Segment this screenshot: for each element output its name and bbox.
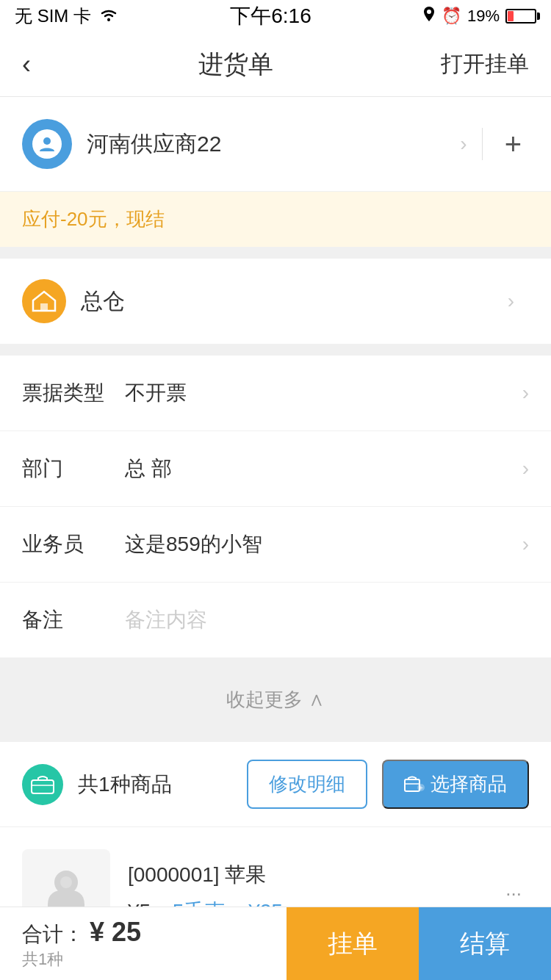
page-title: 进货单 (198, 48, 273, 82)
battery-percent: 19% (467, 7, 500, 26)
total-sub: 共1种 (22, 948, 264, 970)
remark-input[interactable]: 备注内容 (110, 606, 529, 634)
notice-text: 应付-20元，现结 (22, 208, 165, 230)
invoice-value: 不开票 (110, 379, 522, 407)
salesman-value: 这是859的小智 (110, 530, 522, 558)
network-label: 无 SIM 卡 (15, 4, 91, 28)
total-amount: ¥ 25 (90, 917, 141, 948)
remark-row[interactable]: 备注 备注内容 (0, 583, 551, 657)
suspend-button[interactable]: 挂单 (287, 907, 419, 980)
remark-label: 备注 (22, 606, 110, 634)
select-product-label: 选择商品 (431, 771, 507, 797)
alarm-icon: ⏰ (442, 7, 461, 26)
warehouse-name: 总仓 (81, 287, 508, 317)
svg-text:+: + (419, 784, 423, 792)
product-title: 苹果 (225, 863, 266, 886)
supplier-chevron-icon: › (460, 132, 467, 156)
avatar-inner (32, 129, 62, 159)
add-button[interactable]: + (497, 128, 529, 161)
notice-bar: 应付-20元，现结 (0, 192, 551, 247)
warehouse-chevron-icon: › (508, 289, 514, 313)
salesman-chevron-icon: › (522, 533, 529, 556)
department-row[interactable]: 部门 总 部 › (0, 431, 551, 507)
svg-rect-3 (40, 303, 48, 311)
collapse-label: 收起更多 ∧ (226, 688, 324, 710)
invoice-chevron-icon: › (522, 381, 529, 405)
svg-point-1 (427, 10, 431, 14)
product-header: 共1种商品 修改明细 + 选择商品 (0, 742, 551, 827)
warehouse-icon (22, 279, 66, 323)
product-count: 共1种商品 (78, 771, 232, 799)
divider (482, 128, 483, 160)
product-name: [0000001] 苹果 (128, 861, 480, 889)
supplier-name: 河南供应商22 (87, 129, 460, 159)
status-bar: 无 SIM 卡 下午6:16 ⏰ 19% (0, 0, 551, 32)
select-product-button[interactable]: + 选择商品 (382, 760, 529, 809)
warehouse-section[interactable]: 总仓 › (0, 259, 551, 344)
nav-bar: ‹ 进货单 打开挂单 (0, 32, 551, 97)
total-section: 合计： ¥ 25 共1种 (0, 907, 287, 980)
salesman-row[interactable]: 业务员 这是859的小智 › (0, 507, 551, 583)
salesman-label: 业务员 (22, 530, 110, 558)
battery-icon (505, 9, 536, 24)
wifi-icon (98, 6, 119, 26)
department-chevron-icon: › (522, 457, 529, 480)
product-code: [0000001] (128, 863, 220, 886)
svg-point-2 (43, 137, 51, 145)
modify-detail-button[interactable]: 修改明细 (247, 760, 367, 809)
form-section: 票据类型 不开票 › 部门 总 部 › 业务员 这是859的小智 › 备注 备注… (0, 356, 551, 657)
supplier-section: 河南供应商22 › + 应付-20元，现结 (0, 97, 551, 247)
supplier-row[interactable]: 河南供应商22 › + (0, 97, 551, 192)
location-icon (422, 6, 436, 26)
svg-rect-4 (32, 780, 54, 793)
checkout-button[interactable]: 结算 (419, 907, 551, 980)
bottom-bar: 合计： ¥ 25 共1种 挂单 结算 (0, 907, 551, 980)
collapse-bar[interactable]: 收起更多 ∧ (0, 669, 551, 730)
time-label: 下午6:16 (230, 2, 311, 30)
open-pending-button[interactable]: 打开挂单 (441, 49, 529, 79)
product-icon (22, 764, 63, 805)
status-right: ⏰ 19% (422, 6, 536, 26)
invoice-label: 票据类型 (22, 379, 110, 407)
svg-point-11 (60, 876, 72, 888)
department-value: 总 部 (110, 455, 522, 483)
status-left: 无 SIM 卡 (15, 4, 119, 28)
svg-rect-6 (405, 779, 419, 791)
main-content: 河南供应商22 › + 应付-20元，现结 总仓 › 票据类型 不开票 › 部门… (0, 97, 551, 980)
total-label: 合计： (22, 920, 84, 948)
supplier-avatar (22, 119, 72, 169)
total-row: 合计： ¥ 25 (22, 917, 264, 948)
department-label: 部门 (22, 455, 110, 483)
svg-point-0 (107, 18, 110, 21)
back-button[interactable]: ‹ (22, 49, 31, 80)
invoice-type-row[interactable]: 票据类型 不开票 › (0, 356, 551, 431)
